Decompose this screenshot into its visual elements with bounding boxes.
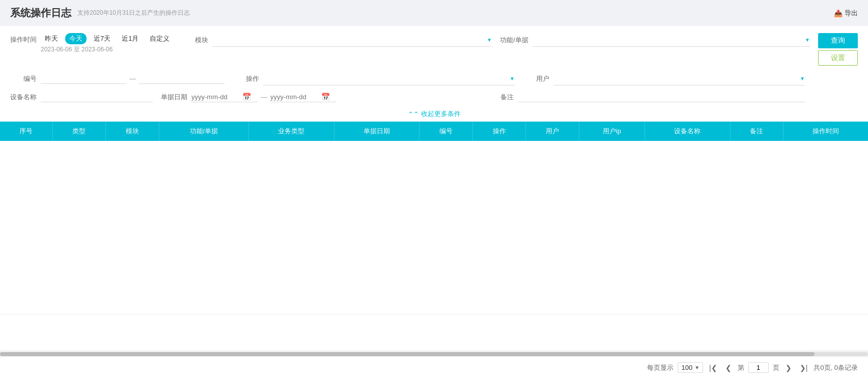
- query-button[interactable]: 查询: [818, 33, 858, 48]
- time-btn-today[interactable]: 今天: [65, 33, 87, 44]
- function-chevron-icon: ▼: [805, 37, 810, 43]
- time-btn-custom[interactable]: 自定义: [146, 33, 174, 44]
- filter-area: 操作时间 昨天 今天 近7天 近1月 自定义 2023-06-06 至 2023…: [0, 26, 868, 122]
- operation-filter: 操作 ▼: [233, 72, 515, 85]
- collapse-row: ⌃⌃ 收起更多条件: [10, 106, 858, 120]
- empty-row: [0, 141, 868, 314]
- col-device-name: 设备名称: [645, 122, 730, 141]
- user-filter: 用户 ▼: [523, 72, 805, 85]
- col-op-time: 操作时间: [783, 122, 868, 141]
- col-seq: 序号: [0, 122, 52, 141]
- user-select-value: [553, 73, 798, 84]
- operation-time-filter: 操作时间 昨天 今天 近7天 近1月 自定义 2023-06-06 至 2023…: [10, 33, 174, 54]
- data-table: 序号 类型 模块 功能/单据 业务类型 单据日期 编号 操作 用户 用户ip 设…: [0, 122, 868, 314]
- user-label: 用户: [523, 74, 549, 83]
- next-page-button[interactable]: ❯: [783, 363, 794, 373]
- first-page-button[interactable]: |❮: [707, 363, 719, 373]
- voucher-date-filter: 单据日期 📅 — 📅: [161, 92, 479, 102]
- number-range: —: [41, 74, 225, 84]
- function-select[interactable]: ▼: [533, 33, 810, 47]
- table-container: 序号 类型 模块 功能/单据 业务类型 单据日期 编号 操作 用户 用户ip 设…: [0, 122, 868, 351]
- device-name-input[interactable]: [41, 92, 153, 102]
- function-filter: 功能/单据 ▼: [500, 33, 810, 47]
- time-btn-yesterday[interactable]: 昨天: [41, 33, 62, 44]
- device-name-filter: 设备名称: [10, 92, 153, 102]
- col-user-ip: 用户ip: [579, 122, 645, 141]
- module-chevron-icon: ▼: [487, 37, 492, 43]
- total-label: 共0页, 0条记录: [814, 363, 858, 372]
- export-label: 导出: [845, 9, 858, 18]
- table-header: 序号 类型 模块 功能/单据 业务类型 单据日期 编号 操作 用户 用户ip 设…: [0, 122, 868, 141]
- operation-label: 操作: [233, 74, 259, 83]
- col-remark: 备注: [730, 122, 783, 141]
- action-buttons: 查询 设置: [818, 33, 858, 66]
- col-biz-type: 业务类型: [249, 122, 334, 141]
- last-page-button[interactable]: ❯|: [798, 363, 810, 373]
- time-range: 2023-06-06 至 2023-06-06: [41, 45, 174, 54]
- settings-button[interactable]: 设置: [818, 50, 858, 66]
- pagination: 每页显示 100 ▼ |❮ ❮ 第 页 ❯ ❯| 共0页, 0条记录: [0, 357, 868, 378]
- export-icon: 📤: [834, 9, 843, 17]
- col-module: 模块: [106, 122, 159, 141]
- date-sep: —: [261, 93, 267, 101]
- module-filter: 模块 ▼: [182, 33, 492, 47]
- collapse-label: 收起更多条件: [421, 109, 461, 119]
- scrollbar-area: [0, 351, 868, 357]
- user-chevron-icon: ▼: [800, 76, 805, 81]
- number-from-input[interactable]: [41, 74, 126, 84]
- number-filter: 编号 —: [10, 74, 225, 84]
- user-select[interactable]: ▼: [553, 72, 805, 85]
- number-sep: —: [129, 75, 136, 82]
- time-filter: 昨天 今天 近7天 近1月 自定义 2023-06-06 至 2023-06-0…: [41, 33, 174, 54]
- per-page-chevron-icon: ▼: [694, 365, 699, 370]
- operation-chevron-icon: ▼: [510, 76, 515, 81]
- function-label: 功能/单据: [500, 36, 528, 45]
- per-page-label: 每页显示: [647, 363, 674, 372]
- export-button[interactable]: 📤 导出: [834, 9, 858, 18]
- number-to-input[interactable]: [139, 74, 225, 84]
- module-label: 模块: [182, 36, 208, 45]
- empty-cell: [0, 141, 868, 314]
- page-header: 系统操作日志 支持2020年10月31日之后产生的操作日志 📤 导出: [0, 0, 868, 26]
- per-page-select[interactable]: 100 ▼: [678, 362, 703, 373]
- prev-page-button[interactable]: ❮: [723, 363, 734, 373]
- date-filter: 📅 — 📅: [191, 92, 337, 102]
- voucher-date-label: 单据日期: [161, 93, 187, 102]
- calendar-to-icon[interactable]: 📅: [321, 93, 330, 101]
- time-btn-7days[interactable]: 近7天: [90, 33, 115, 44]
- header-left: 系统操作日志 支持2020年10月31日之后产生的操作日志: [10, 6, 190, 20]
- col-function: 功能/单据: [159, 122, 248, 141]
- page-subtitle: 支持2020年10月31日之后产生的操作日志: [77, 9, 190, 17]
- remark-label: 备注: [487, 93, 514, 102]
- table-header-row: 序号 类型 模块 功能/单据 业务类型 单据日期 编号 操作 用户 用户ip 设…: [0, 122, 868, 141]
- time-btn-1month[interactable]: 近1月: [118, 33, 143, 44]
- date-from-wrap: 📅: [191, 92, 258, 102]
- operation-select[interactable]: ▼: [263, 72, 515, 85]
- col-voucher-date: 单据日期: [334, 122, 419, 141]
- operation-select-value: [263, 73, 508, 84]
- per-page-value: 100: [681, 364, 692, 371]
- scrollbar-thumb[interactable]: [0, 352, 815, 356]
- col-number: 编号: [419, 122, 472, 141]
- table-body: [0, 141, 868, 314]
- page-title: 系统操作日志: [10, 6, 71, 20]
- date-to-wrap: 📅: [270, 92, 337, 102]
- collapse-button[interactable]: ⌃⌃ 收起更多条件: [408, 109, 461, 119]
- module-select[interactable]: ▼: [212, 33, 492, 47]
- operation-time-label: 操作时间: [10, 33, 37, 44]
- col-operation: 操作: [472, 122, 525, 141]
- date-from-input[interactable]: [191, 93, 242, 101]
- page-unit: 页: [773, 363, 779, 372]
- number-label: 编号: [10, 74, 37, 83]
- collapse-up-icon: ⌃⌃: [408, 110, 419, 118]
- module-select-value: [212, 34, 485, 45]
- calendar-from-icon[interactable]: 📅: [242, 93, 251, 101]
- date-to-input[interactable]: [270, 93, 321, 101]
- page-input[interactable]: [748, 362, 769, 373]
- page-label: 第: [738, 363, 744, 372]
- function-select-value: [533, 34, 803, 45]
- scrollbar-track: [0, 352, 868, 356]
- remark-filter: 备注: [487, 92, 805, 102]
- remark-input[interactable]: [518, 92, 805, 102]
- col-type: 类型: [52, 122, 105, 141]
